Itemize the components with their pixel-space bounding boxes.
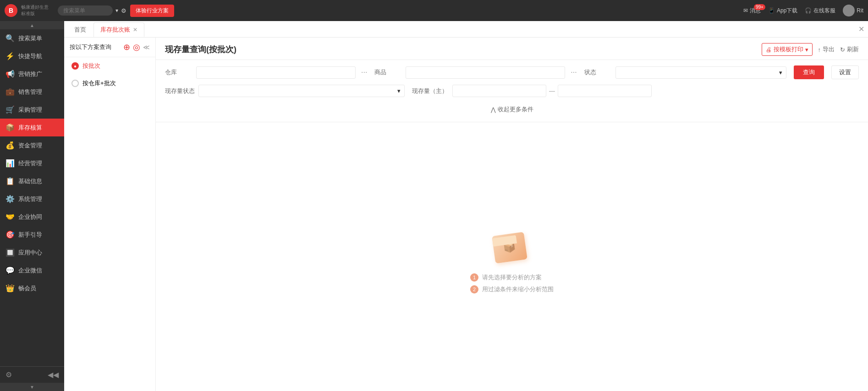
sidebar-item-label: 库存核算 <box>18 124 42 132</box>
apps-icon: 🔲 <box>5 248 15 257</box>
print-button[interactable]: 🖨 按模板打印 ▾ <box>762 43 813 56</box>
sidebar-item-purchase[interactable]: 🛒采购管理 <box>0 101 64 119</box>
search-dropdown-icon[interactable]: ▾ <box>115 7 118 14</box>
sidebar-item-basic[interactable]: 📋基础信息 <box>0 172 64 190</box>
add-scheme-icon[interactable]: ⊕ <box>123 42 130 52</box>
sidebar-item-system[interactable]: ⚙️系统管理 <box>0 190 64 208</box>
scheme-label: 按批次 <box>82 62 100 70</box>
sidebar-item-marketing[interactable]: 📢营销推广 <box>0 65 64 83</box>
warehouse-dots[interactable]: ··· <box>361 68 367 76</box>
stock-qty-max-input[interactable] <box>558 85 652 97</box>
settings-scheme-icon[interactable]: ◎ <box>133 42 140 52</box>
collapse-left-panel-icon[interactable]: ≪ <box>143 43 150 51</box>
hint-1-text: 请先选择要分析的方案 <box>482 273 542 282</box>
tab-label: 库存批次账 <box>100 26 130 34</box>
download-icon: 📱 <box>768 7 775 14</box>
stock-qty-range: — <box>452 85 652 97</box>
close-panel-button[interactable]: ✕ <box>858 25 864 33</box>
sidebar-item-wechat[interactable]: 💬企业微信 <box>0 261 64 279</box>
sidebar-item-sales[interactable]: 💼销售管理 <box>0 83 64 101</box>
scheme-item-by-warehouse-batch[interactable]: 按仓库+批次 <box>64 75 155 92</box>
user-profile[interactable]: Rit <box>843 5 863 16</box>
newbie-icon: 🎯 <box>5 230 15 239</box>
print-icon: 🖨 <box>766 46 772 53</box>
sidebar-item-business[interactable]: 📊经营管理 <box>0 154 64 172</box>
settings-icon[interactable]: ⚙ <box>121 7 126 14</box>
tab-close-icon[interactable]: ✕ <box>133 27 137 33</box>
empty-hint-2: 2 用过滤条件来缩小分析范围 <box>470 285 554 293</box>
warehouse-input[interactable] <box>196 66 356 79</box>
messages-badge: 99+ <box>754 4 765 10</box>
settings-button[interactable]: 设置 <box>831 65 859 79</box>
message-icon: ✉ <box>743 7 748 14</box>
app-download-button[interactable]: 📱 App下载 <box>768 7 797 15</box>
search-input[interactable] <box>58 5 113 16</box>
status-select[interactable]: ▾ <box>615 66 786 79</box>
tab-bar: 首页库存批次账✕ ✕ <box>64 21 868 38</box>
sidebar-item-member[interactable]: 👑畅会员 <box>0 279 64 297</box>
page-header: 现存量查询(按批次) 🖨 按模板打印 ▾ ↑ 导出 ↻ <box>156 38 868 60</box>
sidebar-scroll-up[interactable]: ▲ <box>0 21 64 29</box>
export-button[interactable]: ↑ 导出 <box>818 45 835 54</box>
top-bar: B 畅康通好生意 标准版 ▾ ⚙ 体验行业方案 ✉ 消息 99+ 📱 App下载… <box>0 0 868 21</box>
sidebar-item-label: 销售管理 <box>18 88 42 96</box>
main-layout: ▲ 🔍搜索菜单⚡快捷导航📢营销推广💼销售管理🛒采购管理📦库存核算💰资金管理📊经营… <box>0 21 868 391</box>
sidebar-item-apps[interactable]: 🔲应用中心 <box>0 244 64 261</box>
collapse-icon[interactable]: ◀◀ <box>48 370 59 379</box>
print-dropdown-icon[interactable]: ▾ <box>805 46 808 53</box>
experience-button[interactable]: 体验行业方案 <box>130 5 174 17</box>
top-bar-left: B 畅康通好生意 标准版 ▾ ⚙ 体验行业方案 <box>5 4 174 17</box>
left-panel-header: 按以下方案查询 ⊕ ◎ ≪ <box>64 38 155 57</box>
scheme-dot: ● <box>71 62 79 70</box>
quick-nav-icon: ⚡ <box>5 52 15 60</box>
sidebar-item-newbie[interactable]: 🎯新手引导 <box>0 226 64 244</box>
sidebar-scroll-down[interactable]: ▼ <box>0 383 64 391</box>
stock-qty-min-input[interactable] <box>452 85 546 97</box>
filter-area: 仓库 ··· 商品 ··· 状态 <box>156 60 868 122</box>
hint-2-text: 用过滤条件来缩小分析范围 <box>482 285 554 293</box>
wechat-icon: 💬 <box>5 266 15 275</box>
stock-status-select[interactable]: ▾ <box>198 85 405 97</box>
scheme-label: 按仓库+批次 <box>82 79 116 87</box>
sidebar-item-label: 基础信息 <box>18 177 42 185</box>
stock-status-arrow: ▾ <box>397 87 401 94</box>
empty-illustration: 📦 <box>484 220 539 266</box>
sidebar-item-label: 企业微信 <box>18 266 42 275</box>
sidebar: ▲ 🔍搜索菜单⚡快捷导航📢营销推广💼销售管理🛒采购管理📦库存核算💰资金管理📊经营… <box>0 21 64 391</box>
hint-2-number: 2 <box>470 285 478 293</box>
hint-1-number: 1 <box>470 273 478 282</box>
purchase-icon: 🛒 <box>5 105 15 114</box>
sidebar-bottom: ⚙ ◀◀ <box>0 366 64 383</box>
sidebar-item-search[interactable]: 🔍搜索菜单 <box>0 29 64 47</box>
right-panel: 现存量查询(按批次) 🖨 按模板打印 ▾ ↑ 导出 ↻ <box>156 38 868 391</box>
warehouse-label: 仓库 <box>165 68 192 76</box>
filter-row-2: 现存量状态 ▾ 现存量（主） — <box>165 85 859 97</box>
sidebar-item-quick-nav[interactable]: ⚡快捷导航 <box>0 47 64 65</box>
scheme-item-by-batch[interactable]: ●按批次 <box>64 57 155 75</box>
product-dots[interactable]: ··· <box>571 68 577 76</box>
status-label: 状态 <box>584 68 612 76</box>
basic-icon: 📋 <box>5 177 15 185</box>
query-button[interactable]: 查询 <box>794 65 824 79</box>
sidebar-item-enterprise[interactable]: 🤝企业协同 <box>0 208 64 226</box>
messages-button[interactable]: ✉ 消息 99+ <box>743 7 761 15</box>
tab-label: 首页 <box>74 26 86 34</box>
empty-state: 📦 1 请先选择要分析的方案 2 用过滤条件来缩小分析范围 <box>156 122 868 391</box>
tab-inventory-batch[interactable]: 库存批次账✕ <box>93 22 144 37</box>
tab-home[interactable]: 首页 <box>68 22 93 37</box>
finance-icon: 💰 <box>5 141 15 150</box>
sidebar-item-label: 畅会员 <box>18 284 36 293</box>
content-area: 首页库存批次账✕ ✕ 按以下方案查询 ⊕ ◎ ≪ ●按批次按仓库+批次 <box>64 21 868 391</box>
sidebar-item-finance[interactable]: 💰资金管理 <box>0 136 64 154</box>
gear-icon[interactable]: ⚙ <box>5 370 12 379</box>
scheme-dot <box>71 80 79 87</box>
refresh-button[interactable]: ↻ 刷新 <box>840 45 859 54</box>
product-input[interactable] <box>406 66 565 79</box>
sidebar-item-label: 营销推广 <box>18 70 42 78</box>
left-panel-add-icon[interactable]: ⊕ ◎ <box>123 42 140 52</box>
sidebar-item-inventory[interactable]: 📦库存核算 <box>0 119 64 136</box>
refresh-icon: ↻ <box>840 46 845 53</box>
collapse-more-conditions[interactable]: ⋀ 收起更多条件 <box>165 103 859 116</box>
product-field: 商品 ··· <box>374 66 577 79</box>
online-service-button[interactable]: 🎧 在线客服 <box>805 7 835 15</box>
